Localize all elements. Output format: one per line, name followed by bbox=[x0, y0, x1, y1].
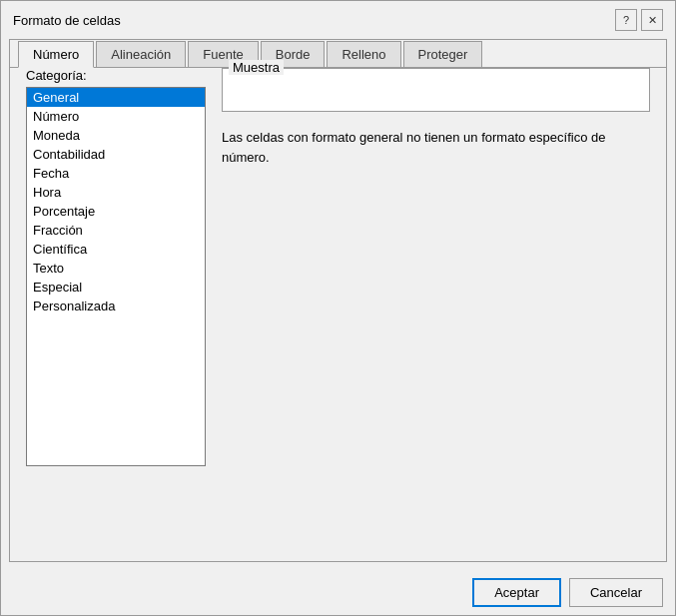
dialog-title: Formato de celdas bbox=[13, 13, 121, 28]
tab-alineacion[interactable]: Alineación bbox=[96, 41, 186, 68]
list-item[interactable]: General bbox=[27, 88, 205, 107]
tab-proteger[interactable]: Proteger bbox=[403, 41, 483, 68]
title-bar: Formato de celdas ? ✕ bbox=[1, 1, 675, 35]
list-item[interactable]: Personalizada bbox=[27, 297, 205, 315]
list-item[interactable]: Contabilidad bbox=[27, 145, 205, 164]
tab-bar: NúmeroAlineaciónFuenteBordeRellenoProteg… bbox=[10, 40, 666, 68]
category-listbox[interactable]: GeneralNúmeroMonedaContabilidadFechaHora… bbox=[26, 87, 206, 466]
cancel-button[interactable]: Cancelar bbox=[569, 578, 663, 607]
list-item[interactable]: Texto bbox=[27, 259, 205, 278]
tab-relleno[interactable]: Relleno bbox=[327, 41, 400, 68]
muestra-legend: Muestra bbox=[229, 60, 284, 75]
list-item[interactable]: Número bbox=[27, 107, 205, 126]
content-area: Categoría: GeneralNúmeroMonedaContabilid… bbox=[26, 68, 650, 545]
dialog-body: NúmeroAlineaciónFuenteBordeRellenoProteg… bbox=[9, 39, 667, 562]
list-item[interactable]: Fracción bbox=[27, 221, 205, 240]
muestra-group: Muestra bbox=[222, 68, 650, 112]
list-item[interactable]: Porcentaje bbox=[27, 202, 205, 221]
title-bar-buttons: ? ✕ bbox=[615, 9, 663, 31]
format-cells-dialog: Formato de celdas ? ✕ NúmeroAlineaciónFu… bbox=[0, 0, 676, 616]
right-panel: Muestra Las celdas con formato general n… bbox=[222, 68, 650, 545]
help-button[interactable]: ? bbox=[615, 9, 637, 31]
dialog-footer: Aceptar Cancelar bbox=[1, 570, 675, 615]
list-item[interactable]: Científica bbox=[27, 240, 205, 259]
list-item[interactable]: Hora bbox=[27, 183, 205, 202]
list-item[interactable]: Fecha bbox=[27, 164, 205, 183]
description-text: Las celdas con formato general no tienen… bbox=[222, 128, 650, 167]
left-panel: Categoría: GeneralNúmeroMonedaContabilid… bbox=[26, 68, 206, 545]
close-button[interactable]: ✕ bbox=[641, 9, 663, 31]
accept-button[interactable]: Aceptar bbox=[472, 578, 561, 607]
tab-numero[interactable]: Número bbox=[18, 41, 94, 68]
list-item[interactable]: Especial bbox=[27, 278, 205, 297]
category-label: Categoría: bbox=[26, 68, 206, 83]
list-item[interactable]: Moneda bbox=[27, 126, 205, 145]
